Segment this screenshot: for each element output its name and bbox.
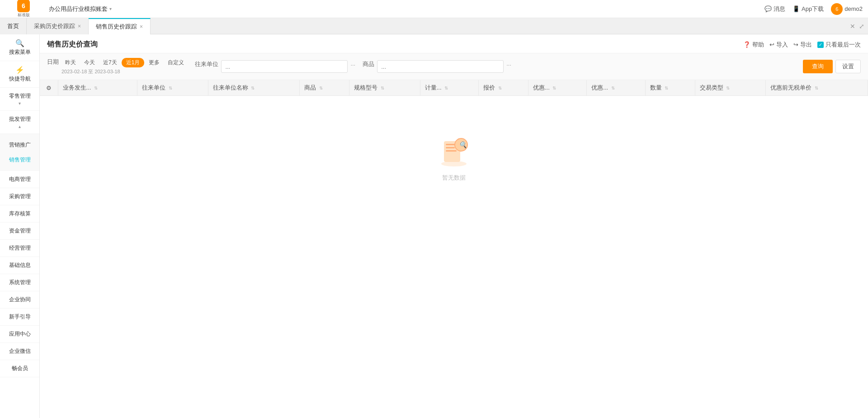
help-icon: ❓ xyxy=(743,41,750,48)
partner-input[interactable] xyxy=(221,60,348,73)
close-all-icon[interactable]: ✕ xyxy=(850,23,855,30)
top-bar-right: 💬 消息 📱 App下载 6 demo2 xyxy=(764,3,863,15)
sidebar-item-guide[interactable]: 新手引导 xyxy=(0,309,39,326)
user-menu[interactable]: 6 demo2 xyxy=(831,3,863,15)
brand-label: 标准版 xyxy=(18,12,30,18)
col-biz-date[interactable]: 业务发生... ⇅ xyxy=(58,80,137,96)
sidebar-item-purchase[interactable]: 采购管理 xyxy=(0,188,39,205)
sidebar-item-inventory[interactable]: 库存核算 xyxy=(0,205,39,223)
goods-input[interactable] xyxy=(377,60,504,73)
sort-icon: ⇅ xyxy=(251,86,255,90)
partner-more-icon[interactable]: ... xyxy=(350,60,355,67)
main-layout: 🔍 搜索菜单 ⚡ 快捷导航 零售管理 ▾ 批发管理 ▴ 营销推广 销售管理 电商… xyxy=(0,34,868,418)
tab-bar-right: ✕ ⤢ xyxy=(850,23,868,30)
table-header-row: ⚙ 业务发生... ⇅ 往来单位 ⇅ 往来单位名称 ⇅ xyxy=(40,80,868,96)
sort-icon: ⇅ xyxy=(381,86,384,90)
sidebar-label-search: 搜索菜单 xyxy=(9,48,31,56)
export-button[interactable]: ↪ 导出 xyxy=(793,41,812,49)
sidebar-item-operations[interactable]: 经营管理 xyxy=(0,240,39,257)
app-selector-label: 办公用品行业模拟账套 xyxy=(49,5,108,13)
col-quote-price[interactable]: 报价 ⇅ xyxy=(478,80,528,96)
tab-purchase-close[interactable]: × xyxy=(78,24,81,29)
sidebar-item-retail[interactable]: 零售管理 ▾ xyxy=(0,88,39,111)
filter-bar: 日期 昨天 今天 近7天 近1月 更多 自定义 2023-02-18 至 202… xyxy=(40,53,868,80)
date-btn-more[interactable]: 更多 xyxy=(145,58,163,67)
sidebar: 🔍 搜索菜单 ⚡ 快捷导航 零售管理 ▾ 批发管理 ▴ 营销推广 销售管理 电商… xyxy=(0,34,40,418)
content-area: 销售历史价查询 ❓ 帮助 ↩ 导入 ↪ 导出 ✓ 只看最后一次 xyxy=(40,34,868,418)
date-btn-1month[interactable]: 近1月 xyxy=(122,58,145,67)
sidebar-label-wechat: 企业微信 xyxy=(9,347,31,355)
date-btn-custom[interactable]: 自定义 xyxy=(164,58,188,67)
message-button[interactable]: 💬 消息 xyxy=(764,5,785,13)
sidebar-item-quick-nav[interactable]: ⚡ 快捷导航 xyxy=(0,61,39,88)
sidebar-item-wholesale[interactable]: 批发管理 ▴ xyxy=(0,111,39,134)
tab-purchase-label: 采购历史价跟踪 xyxy=(34,22,75,30)
sidebar-item-ecommerce[interactable]: 电商管理 xyxy=(0,171,39,188)
sidebar-item-app-center[interactable]: 应用中心 xyxy=(0,326,39,343)
sidebar-item-system[interactable]: 系统管理 xyxy=(0,274,39,291)
chevron-down-icon: ▾ xyxy=(109,6,112,11)
date-btn-yesterday[interactable]: 昨天 xyxy=(61,58,80,67)
import-icon: ↩ xyxy=(769,41,774,48)
col-settings[interactable]: ⚙ xyxy=(40,80,58,96)
page-header: 销售历史价查询 ❓ 帮助 ↩ 导入 ↪ 导出 ✓ 只看最后一次 xyxy=(40,34,868,53)
settings-button[interactable]: 设置 xyxy=(835,60,861,73)
sidebar-label-enterprise: 企业协同 xyxy=(9,296,31,304)
app-download-label: App下载 xyxy=(802,5,824,13)
date-btn-today[interactable]: 今天 xyxy=(80,58,99,67)
sort-icon: ⇅ xyxy=(815,86,818,90)
message-label: 消息 xyxy=(774,5,785,13)
col-quantity[interactable]: 数量 ⇅ xyxy=(645,80,695,96)
sidebar-item-sales-mgmt[interactable]: 销售管理 xyxy=(0,152,39,167)
sidebar-label-system: 系统管理 xyxy=(9,279,31,286)
date-range-text: 2023-02-18 至 2023-03-18 xyxy=(61,68,188,75)
help-button[interactable]: ❓ 帮助 xyxy=(743,41,764,49)
svg-rect-4 xyxy=(446,150,457,152)
sidebar-item-search-menu[interactable]: 🔍 搜索菜单 xyxy=(0,34,39,61)
sidebar-item-enterprise[interactable]: 企业协同 xyxy=(0,291,39,309)
tab-home[interactable]: 首页 xyxy=(0,18,27,34)
sidebar-item-finance[interactable]: 资金管理 xyxy=(0,223,39,240)
sidebar-item-base-info[interactable]: 基础信息 xyxy=(0,257,39,274)
sidebar-item-wechat[interactable]: 企业微信 xyxy=(0,343,39,360)
sidebar-label-wholesale: 批发管理 xyxy=(9,115,31,123)
sidebar-label-inventory: 库存核算 xyxy=(9,210,31,218)
date-btn-7days[interactable]: 近7天 xyxy=(99,58,121,67)
col-unit[interactable]: 计量... ⇅ xyxy=(420,80,478,96)
query-button[interactable]: 查询 xyxy=(803,60,833,73)
sort-icon: ⇅ xyxy=(169,86,172,90)
sidebar-label-base: 基础信息 xyxy=(9,261,31,269)
sidebar-item-marketing[interactable]: 营销推广 xyxy=(0,138,39,152)
tab-sales-label: 销售历史价跟踪 xyxy=(96,23,137,31)
checkbox-icon: ✓ xyxy=(817,42,824,48)
svg-rect-3 xyxy=(446,147,455,148)
col-partner-name[interactable]: 往来单位名称 ⇅ xyxy=(208,80,300,96)
app-download-button[interactable]: 📱 App下载 xyxy=(793,5,824,13)
col-spec[interactable]: 规格型号 ⇅ xyxy=(349,80,420,96)
goods-label: 商品 xyxy=(363,60,374,68)
avatar: 6 xyxy=(831,3,843,15)
tab-sales-close[interactable]: × xyxy=(140,24,143,29)
page-header-actions: ❓ 帮助 ↩ 导入 ↪ 导出 ✓ 只看最后一次 xyxy=(743,41,861,49)
partner-filter-section: 往来单位 ... xyxy=(195,60,355,73)
date-buttons: 昨天 今天 近7天 近1月 更多 自定义 xyxy=(61,58,188,67)
empty-text: 暂无数据 xyxy=(442,174,466,182)
date-label: 日期 xyxy=(47,58,59,66)
sidebar-item-member[interactable]: 畅会员 xyxy=(0,360,39,377)
col-discount2[interactable]: 优惠... ⇅ xyxy=(587,80,645,96)
sidebar-label-member: 畅会员 xyxy=(12,365,28,372)
expand-icon[interactable]: ⤢ xyxy=(859,23,864,30)
only-last-checkbox[interactable]: ✓ 只看最后一次 xyxy=(817,41,861,49)
col-trade-type[interactable]: 交易类型 ⇅ xyxy=(695,80,765,96)
import-button[interactable]: ↩ 导入 xyxy=(769,41,788,49)
app-download-icon: 📱 xyxy=(793,5,800,12)
app-selector[interactable]: 办公用品行业模拟账套 ▾ xyxy=(45,3,115,15)
col-discount1[interactable]: 优惠... ⇅ xyxy=(528,80,586,96)
col-pre-tax-price[interactable]: 优惠前无税单价 ⇅ xyxy=(765,80,868,96)
col-partner-code[interactable]: 往来单位 ⇅ xyxy=(137,80,208,96)
sidebar-label-app: 应用中心 xyxy=(9,330,31,338)
goods-more-icon[interactable]: ... xyxy=(506,60,511,67)
col-goods[interactable]: 商品 ⇅ xyxy=(300,80,349,96)
tab-purchase-history[interactable]: 采购历史价跟踪 × xyxy=(27,18,89,34)
tab-sales-history[interactable]: 销售历史价跟踪 × xyxy=(89,18,151,34)
